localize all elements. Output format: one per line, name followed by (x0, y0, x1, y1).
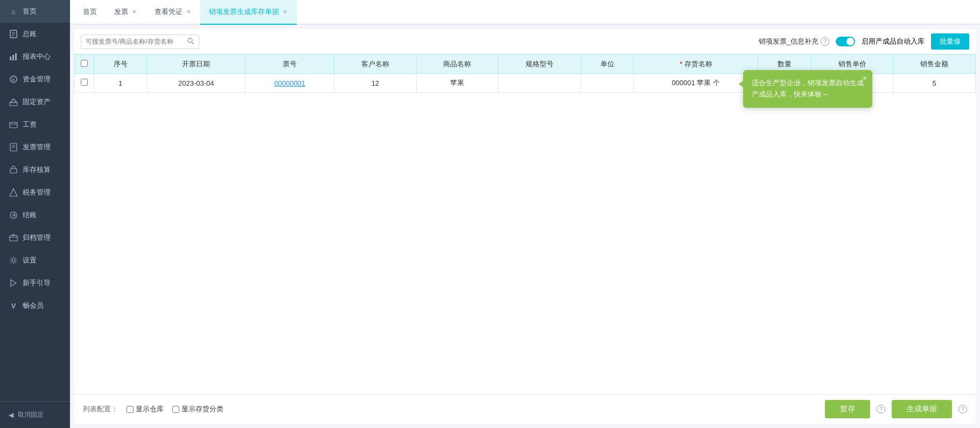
sidebar-item-invoice[interactable]: 发票管理 (0, 136, 70, 158)
closeaccount-icon (9, 210, 18, 220)
generate-help-icon[interactable]: ? (958, 405, 967, 413)
tooltip-close-button[interactable]: × (863, 74, 867, 82)
row-select-checkbox[interactable] (81, 79, 88, 86)
save-help-icon[interactable]: ? (877, 405, 885, 413)
select-all-checkbox[interactable] (81, 60, 88, 67)
show-category-checkbox[interactable] (172, 406, 179, 413)
sidebar-label-ledger: 总账 (23, 29, 37, 39)
row-checkbox (75, 74, 94, 93)
tab-voucher-close[interactable]: × (186, 8, 192, 16)
tab-voucher[interactable]: 查看凭证 × (146, 0, 200, 25)
svg-rect-21 (12, 234, 15, 236)
col-unit: 单位 (580, 55, 633, 74)
sidebar-label-asset: 固定资产 (23, 97, 51, 107)
svg-rect-11 (10, 122, 17, 128)
save-button[interactable]: 暂存 (825, 400, 870, 418)
sidebar-item-ledger[interactable]: 总账 (0, 23, 70, 45)
tab-bar: 首页 发票 × 查看凭证 × 销项发票生成库存单据 × (70, 0, 980, 25)
svg-line-25 (192, 42, 194, 44)
tab-stock[interactable]: 销项发票生成库存单据 × (200, 0, 297, 25)
sidebar-item-fund[interactable]: ¥ 资金管理 (0, 68, 70, 91)
sidebar-item-wage[interactable]: 工资 (0, 113, 70, 136)
search-box[interactable] (81, 34, 199, 49)
pin-icon: ◀ (9, 411, 13, 419)
sidebar-label-report: 报表中心 (23, 52, 51, 61)
tab-invoice[interactable]: 发票 × (106, 0, 146, 25)
row-spec (499, 74, 581, 93)
batch-button[interactable]: 批量修 (931, 33, 969, 50)
sidebar-item-report[interactable]: 报表中心 (0, 45, 70, 68)
col-checkbox (75, 55, 94, 74)
show-category-label[interactable]: 显示存货分类 (172, 404, 223, 414)
footer: 列表配置： 显示仓库 显示存货分类 暂存 ? 生成单据 ? (74, 394, 976, 424)
sidebar-item-closeaccount[interactable]: 结账 (0, 204, 70, 226)
sidebar-bottom: ◀ 取消固定 (0, 401, 70, 428)
sidebar-item-member[interactable]: V 畅会员 (0, 294, 70, 317)
sidebar-label-tax: 税务管理 (23, 188, 51, 197)
toolbar: 销项发票_信息补充 ? 启用产成品自动入库 批量修 (74, 29, 976, 54)
main-area: 首页 发票 × 查看凭证 × 销项发票生成库存单据 × 销项发 (70, 0, 980, 428)
svg-marker-17 (10, 189, 17, 196)
sidebar-label-closeaccount: 结账 (23, 210, 37, 220)
settings-icon (9, 256, 18, 265)
svg-rect-4 (10, 57, 11, 60)
row-customer: 12 (334, 74, 417, 93)
col-stock: * 存货名称 (634, 55, 758, 74)
guide-icon (9, 278, 18, 288)
sidebar-item-home[interactable]: 首页 (0, 0, 70, 23)
tab-home-label: 首页 (83, 7, 97, 17)
sidebar-item-guide[interactable]: 新手引导 (0, 272, 70, 294)
col-customer: 客户名称 (334, 55, 417, 74)
sidebar-label-home: 首页 (23, 6, 37, 16)
svg-marker-23 (11, 280, 16, 286)
tooltip-text: 适合生产型企业，销项发票自动生成产成品入库，快来体验～ (752, 79, 864, 98)
ledger-icon (9, 29, 18, 39)
auto-stock-toggle[interactable] (836, 37, 855, 46)
show-warehouse-checkbox[interactable] (127, 406, 134, 413)
sidebar-item-archive[interactable]: 归档管理 (0, 226, 70, 249)
member-icon: V (9, 301, 18, 310)
svg-point-24 (188, 38, 192, 43)
col-seq: 序号 (94, 55, 147, 74)
fund-icon: ¥ (9, 74, 18, 84)
config-label: 列表配置： (83, 404, 118, 414)
col-product: 商品名称 (416, 55, 499, 74)
inventory-icon (9, 165, 18, 175)
info-help-icon[interactable]: ? (821, 37, 829, 46)
toolbar-right: 销项发票_信息补充 ? 启用产成品自动入库 批量修 (759, 33, 969, 50)
col-spec: 规格型号 (499, 55, 581, 74)
wage-icon (9, 120, 18, 129)
tab-home[interactable]: 首页 (74, 0, 106, 25)
show-warehouse-label[interactable]: 显示仓库 (127, 404, 164, 414)
row-date: 2023-03-04 (147, 74, 246, 93)
row-seq: 1 (94, 74, 147, 93)
tooltip-popup: × 适合生产型企业，销项发票自动生成产成品入库，快来体验～ (743, 70, 872, 108)
tab-stock-close[interactable]: × (282, 8, 288, 16)
generate-button[interactable]: 生成单据 (892, 400, 952, 418)
pin-toggle[interactable]: ◀ 取消固定 (0, 406, 70, 424)
sidebar-item-inventory[interactable]: 库存核算 (0, 158, 70, 181)
sidebar-label-wage: 工资 (23, 120, 37, 129)
tab-stock-label: 销项发票生成库存单据 (209, 7, 279, 17)
sidebar-item-tax[interactable]: 税务管理 (0, 181, 70, 204)
svg-rect-6 (15, 53, 17, 60)
row-number[interactable]: 00000001 (246, 74, 334, 93)
home-icon (9, 6, 18, 16)
sidebar-label-fund: 资金管理 (23, 74, 51, 84)
sidebar: 首页 总账 报表中心 ¥ 资金管理 固定资产 工资 发票管理 (0, 0, 70, 428)
search-input[interactable] (86, 38, 185, 45)
tab-invoice-label: 发票 (114, 7, 128, 17)
sidebar-item-asset[interactable]: 固定资产 (0, 91, 70, 113)
invoice-icon (9, 142, 18, 152)
pin-label: 取消固定 (18, 410, 44, 419)
tab-invoice-close[interactable]: × (131, 8, 137, 16)
row-unit (580, 74, 633, 93)
sidebar-item-settings[interactable]: 设置 (0, 249, 70, 272)
search-icon (187, 37, 194, 46)
sidebar-label-settings: 设置 (23, 256, 37, 265)
toggle-label: 启用产成品自动入库 (862, 37, 925, 46)
tax-icon (9, 188, 18, 197)
tab-voucher-label: 查看凭证 (155, 7, 183, 17)
svg-rect-19 (10, 236, 17, 241)
report-icon (9, 52, 18, 61)
